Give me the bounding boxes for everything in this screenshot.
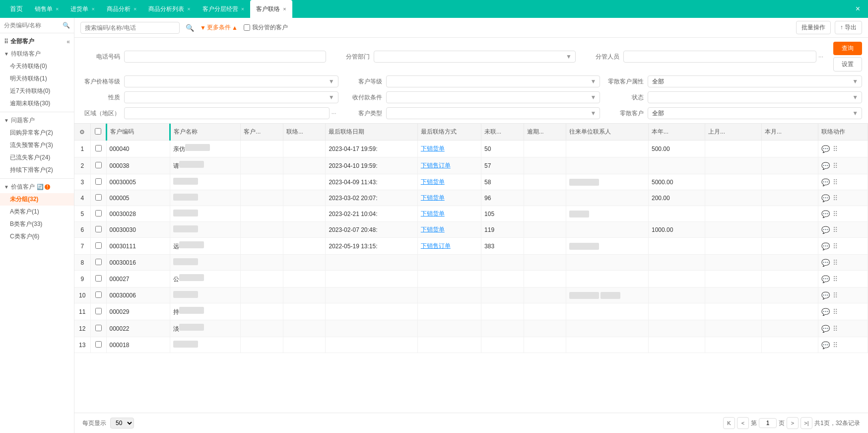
last-method-link[interactable]: 下销货单 <box>421 226 445 233</box>
category-search-icon[interactable]: 🔍 <box>63 22 70 29</box>
tab-product-analysis[interactable]: 商品分析 × <box>101 0 142 18</box>
score-group-label[interactable]: ▼ 价值客户 🔄 ! <box>0 181 74 193</box>
first-page-button[interactable]: K <box>723 417 735 429</box>
phone-input[interactable] <box>124 51 326 63</box>
more-action-icon[interactable]: ⠿ <box>833 194 838 202</box>
more-conditions-button[interactable]: ▼ 更多条件 ▲ <box>200 23 238 32</box>
row-checkbox[interactable] <box>95 259 102 265</box>
pending-group-label[interactable]: ▼ 待联络客户 <box>0 48 74 60</box>
retail-attr-select[interactable]: 全部 <box>648 75 862 87</box>
contact-icon[interactable]: 💬 <box>821 308 830 316</box>
status-select[interactable] <box>648 91 862 103</box>
contact-icon[interactable]: 💬 <box>821 291 830 299</box>
row-checkbox[interactable] <box>95 325 102 331</box>
customer-level-select[interactable] <box>386 75 601 87</box>
problem-group-label[interactable]: ▼ 问题客户 <box>0 114 74 127</box>
search-input[interactable] <box>80 22 180 34</box>
region-input[interactable] <box>124 107 330 119</box>
next-page-button[interactable]: > <box>787 417 799 429</box>
row-checkbox[interactable] <box>95 226 102 232</box>
close-purchase-tab-icon[interactable]: × <box>91 6 94 12</box>
query-button[interactable]: 查询 <box>833 42 862 55</box>
more-action-icon[interactable]: ⠿ <box>833 275 838 283</box>
row-checkbox[interactable] <box>95 194 102 201</box>
last-method-link[interactable]: 下销货单 <box>421 145 445 152</box>
sidebar-item-tomorrow-pending[interactable]: 明天待联络(1) <box>0 72 74 85</box>
sidebar-collapse-button[interactable]: « <box>67 38 70 45</box>
more-action-icon[interactable]: ⠿ <box>833 210 838 218</box>
my-customers-checkbox[interactable] <box>244 24 250 31</box>
row-checkbox[interactable] <box>95 242 102 249</box>
contact-icon[interactable]: 💬 <box>821 242 830 250</box>
close-sales-tab-icon[interactable]: × <box>56 6 59 12</box>
page-number-input[interactable] <box>759 418 777 428</box>
tab-home[interactable]: 首页 <box>4 0 29 18</box>
window-close-button[interactable]: × <box>852 4 864 13</box>
more-action-icon[interactable]: ⠿ <box>833 291 838 299</box>
sidebar-item-7day-pending[interactable]: 近7天待联络(0) <box>0 85 74 97</box>
close-product-analysis-tab-icon[interactable]: × <box>134 6 136 12</box>
contact-icon[interactable]: 💬 <box>821 145 830 153</box>
contact-icon[interactable]: 💬 <box>821 325 830 333</box>
close-customer-contact-tab-icon[interactable]: × <box>283 6 286 12</box>
row-checkbox[interactable] <box>95 275 102 282</box>
contact-icon[interactable]: 💬 <box>821 162 830 170</box>
close-customer-layer-tab-icon[interactable]: × <box>241 6 244 12</box>
last-method-link[interactable]: 下销货单 <box>421 178 445 185</box>
customer-type-select[interactable] <box>386 107 601 119</box>
row-checkbox[interactable] <box>95 145 102 151</box>
row-checkbox[interactable] <box>95 178 102 185</box>
tab-sales[interactable]: 销售单 × <box>29 0 65 18</box>
contact-icon[interactable]: 💬 <box>821 275 830 283</box>
row-checkbox[interactable] <box>95 291 102 298</box>
sidebar-item-churn-warning[interactable]: 流失预警客户(3) <box>0 139 74 151</box>
last-method-link[interactable]: 下销货单 <box>421 210 445 217</box>
sidebar-item-class-b[interactable]: B类客户(33) <box>0 218 74 230</box>
batch-ops-button[interactable]: 批量操作 <box>796 21 831 34</box>
contact-icon[interactable]: 💬 <box>821 210 830 218</box>
manager-input[interactable] <box>623 51 816 63</box>
manager-dots-button[interactable]: ··· <box>816 53 825 60</box>
tab-product-analysis-list[interactable]: 商品分析列表 × <box>142 0 196 18</box>
settings-icon[interactable]: ⚙ <box>79 129 85 136</box>
category-search-input[interactable] <box>4 22 61 29</box>
retail-customer-select[interactable]: 全部 <box>648 107 862 119</box>
more-action-icon[interactable]: ⠿ <box>833 308 838 316</box>
search-button[interactable]: 🔍 <box>186 24 194 32</box>
gender-select[interactable] <box>124 91 338 103</box>
sidebar-item-today-pending[interactable]: 今天待联络(0) <box>0 60 74 72</box>
more-action-icon[interactable]: ⠿ <box>833 226 838 234</box>
dept-select[interactable] <box>374 51 576 63</box>
last-method-link[interactable]: 下销售订单 <box>421 242 451 249</box>
more-action-icon[interactable]: ⠿ <box>833 325 838 333</box>
sidebar-item-declining[interactable]: 持续下滑客户(2) <box>0 164 74 176</box>
row-checkbox[interactable] <box>95 162 102 168</box>
tab-customer-contact[interactable]: 客户联络 × <box>250 0 292 18</box>
row-checkbox[interactable] <box>95 210 102 216</box>
sidebar-item-class-a[interactable]: A类客户(1) <box>0 206 74 218</box>
more-action-icon[interactable]: ⠿ <box>833 242 838 250</box>
row-checkbox[interactable] <box>95 341 102 348</box>
reset-button[interactable]: 设置 <box>833 57 862 72</box>
my-customers-checkbox-label[interactable]: 我分管的客户 <box>244 23 288 32</box>
page-size-select[interactable]: 50 <box>110 418 134 429</box>
export-button[interactable]: ↑ 导出 <box>835 21 862 34</box>
more-action-icon[interactable]: ⠿ <box>833 178 838 186</box>
sidebar-item-unclassified[interactable]: 未分组(32) <box>0 193 74 206</box>
close-product-analysis-list-tab-icon[interactable]: × <box>187 6 190 12</box>
sidebar-item-churned[interactable]: 已流失客户(24) <box>0 151 74 164</box>
last-method-link[interactable]: 下销售订单 <box>421 162 451 169</box>
last-method-link[interactable]: 下销货单 <box>421 194 445 201</box>
prev-page-button[interactable]: < <box>737 417 749 429</box>
contact-icon[interactable]: 💬 <box>821 259 830 267</box>
more-action-icon[interactable]: ⠿ <box>833 145 838 153</box>
more-action-icon[interactable]: ⠿ <box>833 341 838 349</box>
more-action-icon[interactable]: ⠿ <box>833 259 838 267</box>
region-dots-button[interactable]: ··· <box>330 110 338 117</box>
more-action-icon[interactable]: ⠿ <box>833 162 838 170</box>
sidebar-item-abnormal-repurchase[interactable]: 回购异常客户(2) <box>0 127 74 139</box>
row-checkbox[interactable] <box>95 308 102 314</box>
sidebar-item-class-c[interactable]: C类客户(6) <box>0 230 74 243</box>
sidebar-item-overdue-pending[interactable]: 逾期未联络(30) <box>0 97 74 110</box>
contact-icon[interactable]: 💬 <box>821 178 830 186</box>
